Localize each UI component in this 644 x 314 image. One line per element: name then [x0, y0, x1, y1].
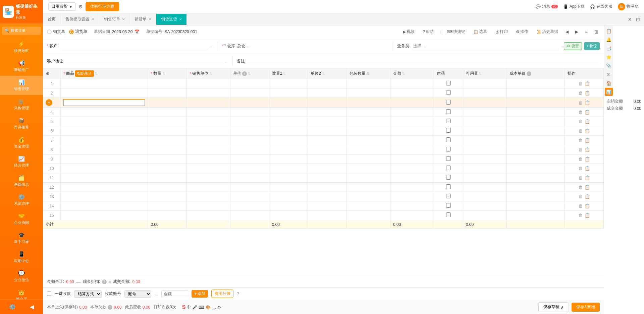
row-copy-button[interactable]: 📋	[584, 100, 591, 106]
row-delete-button[interactable]: 🗑	[577, 128, 584, 134]
sale-unit-cell[interactable]	[187, 201, 230, 211]
unit-price-cell[interactable]	[230, 164, 269, 173]
sale-unit-sort-icon[interactable]: ⇅	[209, 72, 212, 75]
pack-qty-cell[interactable]	[346, 201, 390, 211]
pack-qty-cell[interactable]	[346, 173, 390, 183]
row-copy-button[interactable]: 📋	[584, 212, 591, 218]
add-button[interactable]: + 添加	[192, 290, 208, 298]
available-cell[interactable]	[463, 79, 506, 88]
sale-unit-cell[interactable]	[187, 145, 230, 154]
cost-unit-cell[interactable]	[506, 211, 565, 220]
row-delete-button[interactable]: 🗑	[577, 146, 584, 153]
view-list-btn[interactable]: ≡	[584, 28, 589, 35]
row-copy-button[interactable]: 📋	[584, 90, 591, 96]
amount-cell[interactable]	[390, 136, 434, 145]
history-btn[interactable]: 📜 历史单据	[534, 28, 560, 35]
customer-dots[interactable]: ...	[210, 44, 214, 48]
row-delete-button[interactable]: 🗑	[577, 100, 584, 106]
message-button[interactable]: 💬 消息 70	[536, 4, 558, 9]
amount-cell[interactable]	[390, 201, 434, 211]
tab-sale-order[interactable]: 销售订单 ✕	[99, 14, 130, 25]
cost-unit-cell[interactable]	[506, 98, 565, 108]
gift-checkbox[interactable]	[446, 128, 451, 133]
more-icon[interactable]: …	[212, 305, 216, 310]
product-cell[interactable]	[61, 154, 148, 164]
sidebar-collapse-button[interactable]: ◀	[29, 302, 35, 311]
tools-icon[interactable]: 中	[187, 304, 191, 310]
gift-checkbox[interactable]	[446, 156, 451, 161]
unit2-cell[interactable]	[308, 211, 347, 220]
cost-unit-cell[interactable]	[506, 173, 565, 183]
gift-checkbox[interactable]	[446, 81, 451, 85]
product-cell[interactable]	[61, 164, 148, 173]
pack-qty-cell[interactable]	[346, 192, 390, 201]
row-copy-button[interactable]: 📋	[584, 146, 591, 153]
unit-price-cell[interactable]	[230, 201, 269, 211]
gift-checkbox[interactable]	[446, 147, 451, 151]
sidebar-item-purchase[interactable]: 🛒 采购管理	[0, 95, 43, 114]
gift-cell[interactable]	[434, 88, 463, 98]
cost-unit-cell[interactable]	[506, 201, 565, 211]
pack-qty-cell[interactable]	[346, 164, 390, 173]
qty2-cell[interactable]	[269, 117, 308, 126]
notes-input[interactable]	[247, 58, 600, 64]
pack-qty-cell[interactable]	[346, 154, 390, 164]
right-icon-1[interactable]: 📋	[605, 27, 613, 35]
gift-cell[interactable]	[434, 173, 463, 183]
unit-price-cell[interactable]	[230, 136, 269, 145]
row-copy-button[interactable]: 📋	[584, 109, 591, 115]
product-cell[interactable]	[61, 79, 148, 88]
unit-price-cell[interactable]	[230, 98, 269, 108]
amount-cell[interactable]	[390, 164, 434, 173]
product-cell[interactable]	[61, 183, 148, 192]
gift-cell[interactable]	[434, 98, 463, 108]
discount-info-icon[interactable]: ?	[102, 279, 107, 284]
save-draft-button[interactable]: 保存草稿 ∧	[538, 302, 569, 312]
cost-unit-cell[interactable]	[506, 145, 565, 154]
gift-checkbox[interactable]	[446, 119, 451, 123]
tab-sale-price[interactable]: 售价提取设置 ✕	[61, 14, 99, 25]
sale-unit-cell[interactable]	[187, 164, 230, 173]
add-row-button[interactable]: +	[46, 99, 52, 106]
select-btn[interactable]: 📋 选单	[471, 28, 489, 35]
unit-price-cell[interactable]	[230, 145, 269, 154]
operate-btn[interactable]: ⚙ 操作	[514, 28, 530, 35]
payment-checkbox[interactable]	[47, 292, 51, 296]
qty-cell[interactable]	[148, 164, 187, 173]
row-delete-button[interactable]: 🗑	[577, 80, 584, 87]
tab-expand-button[interactable]: ⊡	[635, 16, 641, 23]
nav-prev-btn[interactable]: ◀	[564, 29, 570, 35]
row-copy-button[interactable]: 📋	[584, 203, 591, 209]
unit2-cell[interactable]	[308, 145, 347, 154]
pack-qty-cell[interactable]	[346, 126, 390, 136]
settings-button[interactable]: ⚙ 设置	[564, 42, 582, 50]
row-copy-button[interactable]: 📋	[584, 128, 591, 134]
qty-cell[interactable]	[148, 192, 187, 201]
row-copy-button[interactable]: 📋	[584, 118, 591, 125]
right-icon-7[interactable]: 🏠	[605, 79, 613, 87]
available-cell[interactable]	[463, 183, 506, 192]
unit-price-cell[interactable]	[230, 126, 269, 136]
gift-cell[interactable]	[434, 126, 463, 136]
account-select[interactable]: 账号	[124, 290, 151, 298]
sale-unit-cell[interactable]	[187, 88, 230, 98]
available-cell[interactable]	[463, 117, 506, 126]
product-input-active[interactable]	[63, 99, 145, 106]
right-icon-orange[interactable]: 📊	[605, 88, 613, 96]
product-cell[interactable]	[61, 108, 148, 117]
unit-price-cell[interactable]	[230, 173, 269, 183]
cost-unit-cell[interactable]	[506, 154, 565, 164]
unit2-cell[interactable]	[308, 154, 347, 164]
available-cell[interactable]	[463, 108, 506, 117]
qty-cell[interactable]	[148, 79, 187, 88]
pack-qty-cell[interactable]	[346, 117, 390, 126]
available-cell[interactable]	[463, 145, 506, 154]
amount-cell[interactable]	[390, 192, 434, 201]
qty2-cell[interactable]	[269, 183, 308, 192]
qty2-cell[interactable]	[269, 126, 308, 136]
pack-qty-cell[interactable]	[346, 88, 390, 98]
support-button[interactable]: 🎧 在线客服	[590, 4, 612, 9]
gift-cell[interactable]	[434, 183, 463, 192]
pack-qty-cell[interactable]	[346, 98, 390, 108]
gift-checkbox[interactable]	[446, 212, 451, 217]
